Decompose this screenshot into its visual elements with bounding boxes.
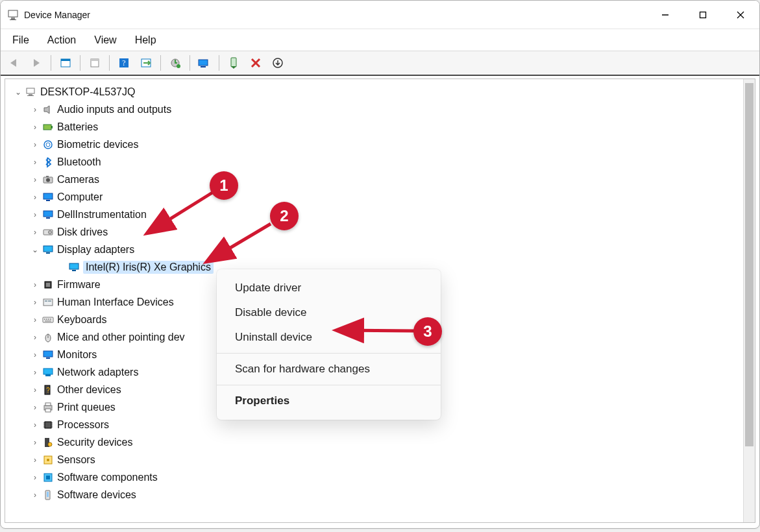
- fingerprint-icon: [42, 138, 55, 151]
- svg-rect-46: [48, 300, 51, 302]
- printer-icon: [42, 401, 55, 414]
- speaker-icon: [42, 103, 55, 116]
- svg-rect-25: [43, 125, 51, 130]
- tree-root[interactable]: ⌄ DESKTOP-4L537JQ: [8, 83, 743, 101]
- svg-rect-76: [46, 476, 50, 479]
- computer-name: DESKTOP-4L537JQ: [40, 86, 135, 98]
- category-label: Keyboards: [57, 314, 107, 326]
- close-button[interactable]: [722, 1, 759, 29]
- svg-rect-23: [29, 94, 32, 95]
- chevron-right-icon[interactable]: ›: [29, 438, 42, 447]
- category-label: Biometric devices: [57, 139, 138, 151]
- category-label: Network adapters: [57, 367, 138, 378]
- svg-rect-57: [43, 369, 53, 374]
- chevron-right-icon[interactable]: ›: [29, 298, 42, 307]
- chevron-down-icon[interactable]: ⌄: [12, 88, 25, 97]
- disk-icon: [42, 226, 55, 239]
- category-display-adapters[interactable]: ⌄ Display adapters: [8, 241, 743, 258]
- chevron-right-icon[interactable]: ›: [29, 175, 42, 184]
- software-icon: [42, 489, 55, 502]
- minimize-button[interactable]: [646, 1, 684, 29]
- maximize-button[interactable]: [684, 1, 722, 29]
- chevron-right-icon[interactable]: ›: [29, 403, 42, 412]
- keyboard-icon: [42, 313, 55, 326]
- context-separator: [217, 385, 441, 385]
- category-security-devices[interactable]: › Security devices: [8, 433, 743, 451]
- chevron-right-icon[interactable]: ›: [29, 455, 42, 465]
- chevron-right-icon[interactable]: ›: [29, 210, 42, 219]
- svg-rect-8: [61, 59, 70, 61]
- nav-back-button[interactable]: [5, 54, 24, 72]
- computer-root-icon: [25, 86, 38, 99]
- menu-file[interactable]: File: [3, 29, 38, 51]
- unknown-icon: ?: [42, 383, 55, 396]
- category-label: Disk drives: [57, 226, 108, 238]
- chevron-down-icon[interactable]: ⌄: [29, 245, 42, 254]
- chevron-right-icon[interactable]: ›: [29, 490, 42, 500]
- menu-view[interactable]: View: [85, 29, 125, 51]
- context-props[interactable]: Properties: [217, 389, 441, 413]
- category-label: Computer: [57, 191, 103, 203]
- chevron-right-icon[interactable]: ›: [29, 228, 42, 237]
- category-label: Human Interface Devices: [57, 296, 174, 308]
- svg-rect-39: [46, 252, 50, 254]
- uninstall-device-button[interactable]: [246, 54, 265, 72]
- svg-rect-55: [43, 351, 53, 357]
- svg-rect-58: [45, 374, 51, 376]
- category-software-devices[interactable]: › Software devices: [8, 486, 743, 503]
- device-label: Intel(R) Iris(R) Xe Graphics: [83, 261, 214, 274]
- context-disable[interactable]: Disable device: [217, 300, 441, 325]
- monitor-icon: [42, 208, 55, 221]
- category-software-components[interactable]: › Software components: [8, 468, 743, 486]
- category-audio-inputs-and-outputs[interactable]: › Audio inputs and outputs: [8, 101, 743, 118]
- category-bluetooth[interactable]: › Bluetooth: [8, 153, 743, 171]
- chevron-right-icon[interactable]: ›: [29, 473, 42, 482]
- scroll-thumb[interactable]: [745, 83, 754, 446]
- chevron-right-icon[interactable]: ›: [29, 140, 42, 149]
- context-update[interactable]: Update driver: [217, 276, 441, 300]
- category-cameras[interactable]: › Cameras: [8, 171, 743, 188]
- svg-rect-32: [43, 193, 53, 199]
- category-computer[interactable]: › Computer: [8, 188, 743, 206]
- sort-button[interactable]: [268, 54, 288, 72]
- context-scan[interactable]: Scan for hardware changes: [217, 357, 441, 381]
- category-label: Security devices: [57, 437, 133, 448]
- chevron-right-icon[interactable]: ›: [29, 158, 42, 167]
- svg-rect-50: [48, 319, 49, 320]
- help-button[interactable]: ?: [114, 54, 134, 72]
- vertical-scrollbar[interactable]: [743, 79, 755, 522]
- nav-forward-button[interactable]: [27, 54, 46, 72]
- menu-help[interactable]: Help: [126, 29, 165, 51]
- chevron-right-icon[interactable]: ›: [29, 420, 42, 429]
- category-disk-drives[interactable]: › Disk drives: [8, 223, 743, 241]
- category-dellinstrumentation[interactable]: › DellInstrumentation: [8, 206, 743, 223]
- category-label: DellInstrumentation: [57, 209, 147, 221]
- context-uninstall[interactable]: Uninstall device: [217, 325, 441, 350]
- enable-device-button[interactable]: [224, 54, 243, 72]
- chevron-right-icon[interactable]: ›: [29, 193, 42, 202]
- chevron-right-icon[interactable]: ›: [29, 105, 42, 114]
- scan-hardware-button[interactable]: [195, 54, 214, 72]
- svg-rect-43: [46, 283, 50, 287]
- menu-action[interactable]: Action: [38, 29, 85, 51]
- chevron-right-icon[interactable]: ›: [29, 315, 42, 324]
- svg-rect-63: [45, 409, 51, 412]
- svg-point-30: [46, 178, 50, 182]
- svg-rect-64: [45, 422, 51, 428]
- category-biometric-devices[interactable]: › Biometric devices: [8, 136, 743, 153]
- window-controls: [646, 1, 759, 29]
- component-icon: [42, 471, 55, 484]
- properties-button[interactable]: [85, 54, 104, 72]
- chevron-right-icon[interactable]: ›: [29, 350, 42, 359]
- chevron-right-icon[interactable]: ›: [29, 123, 42, 132]
- chevron-right-icon[interactable]: ›: [29, 385, 42, 394]
- chevron-right-icon[interactable]: ›: [29, 368, 42, 377]
- options-button[interactable]: [136, 54, 156, 72]
- svg-point-15: [177, 64, 180, 68]
- category-sensors[interactable]: › Sensors: [8, 451, 743, 468]
- chevron-right-icon[interactable]: ›: [29, 280, 42, 289]
- update-driver-button[interactable]: [165, 54, 185, 72]
- chevron-right-icon[interactable]: ›: [29, 333, 42, 342]
- show-hidden-devices-button[interactable]: [56, 54, 75, 72]
- category-batteries[interactable]: › Batteries: [8, 118, 743, 136]
